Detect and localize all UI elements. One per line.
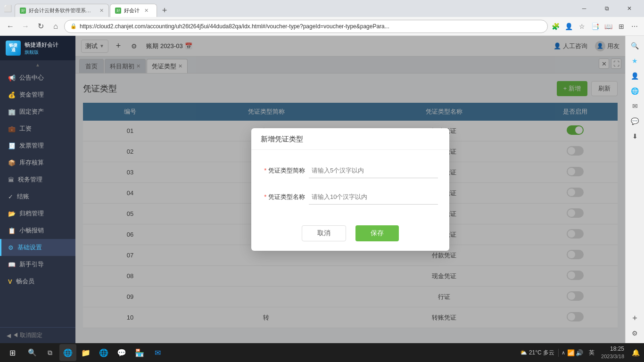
abbr-form-row: * 凭证类型简称	[263, 163, 438, 178]
edge-taskbar-btn[interactable]: 🌐	[59, 344, 76, 361]
browser-more-btn[interactable]: ⋯	[629, 21, 640, 32]
chrome-taskbar-btn[interactable]: 🌐	[95, 344, 112, 361]
checkout-icon: ✓	[8, 193, 13, 200]
split-screen-btn[interactable]: ⊞	[616, 21, 627, 32]
nav-label-settings: 基础设置	[17, 243, 42, 252]
name-input[interactable]	[309, 189, 438, 205]
nav-label-invoice: 发票管理	[19, 141, 44, 150]
address-input-wrapper: 🔒	[64, 20, 548, 33]
favorites-btn[interactable]: ☆	[576, 21, 587, 32]
modal-body: * 凭证类型简称 * 凭证类型名称	[251, 150, 449, 222]
wechat-taskbar-btn[interactable]: 💬	[113, 344, 130, 361]
sidebar-subtitle: 旗舰版	[25, 49, 58, 56]
nav-item-settings[interactable]: ⚙ 基础设置	[0, 239, 75, 256]
chat-panel-btn[interactable]: 💬	[629, 115, 641, 127]
capital-icon: 💰	[8, 91, 16, 99]
star-panel-btn[interactable]: ★	[629, 55, 641, 67]
home-button[interactable]: ⌂	[49, 20, 62, 33]
restore-button[interactable]: ⧉	[596, 2, 618, 15]
nav-label-archive: 归档管理	[19, 209, 44, 218]
notification-btn[interactable]: 🔔	[629, 344, 642, 361]
tray-chevron[interactable]: ∧	[561, 349, 566, 357]
volume-tray-icon[interactable]: 🔊	[576, 349, 583, 356]
sidebar-logo: 畅捷通	[6, 41, 21, 56]
nav-item-member[interactable]: V 畅会员	[0, 273, 75, 290]
extensions-btn[interactable]: 🧩	[550, 21, 561, 32]
nav-item-notice[interactable]: 📢 公告中心	[0, 69, 75, 86]
user-panel-btn[interactable]: 👤	[629, 70, 641, 82]
nav-label-salary: 工资	[19, 124, 32, 133]
name-form-row: * 凭证类型名称	[263, 189, 438, 205]
profile-btn[interactable]: 👤	[563, 21, 574, 32]
network-tray-icon[interactable]: 📶	[567, 349, 575, 356]
abbr-input[interactable]	[309, 163, 438, 178]
search-panel-btn[interactable]: 🔍	[629, 40, 641, 52]
reload-button[interactable]: ↻	[34, 20, 47, 33]
start-button[interactable]: ⊞	[2, 344, 23, 361]
panel-settings-btn[interactable]: ⚙	[629, 327, 641, 339]
sys-tray: ∧ 📶 🔊	[558, 349, 585, 357]
input-lang[interactable]: 英	[587, 348, 596, 358]
window-controls: ─ ⧉ ✕	[573, 2, 640, 15]
browser-tab-1[interactable]: 好 好会计云财务软件管理系统_会计 ✕	[15, 4, 109, 17]
browser-tab-2[interactable]: 好 好会计 ✕	[110, 4, 157, 17]
tab2-favicon: 好	[115, 8, 121, 14]
scroll-indicator-top: ▲	[0, 60, 75, 69]
reading-view-btn[interactable]: 📖	[603, 21, 614, 32]
address-input[interactable]	[80, 23, 542, 30]
right-panel: 🔍 ★ 👤 🌐 ✉ 💬 ⬇ + ⚙	[625, 36, 644, 343]
guide-icon: 📖	[8, 261, 16, 268]
address-bar: ← → ↻ ⌂ 🔒 🧩 👤 ☆ 📑 📖 ⊞ ⋯	[0, 17, 644, 36]
clock[interactable]: 18:25 2023/3/18	[598, 345, 627, 360]
save-button[interactable]: 保存	[355, 225, 399, 241]
globe-panel-btn[interactable]: 🌐	[629, 85, 641, 97]
new-tab-button[interactable]: +	[158, 4, 171, 17]
forward-button[interactable]: →	[19, 20, 32, 33]
sidebar: 畅捷通 畅捷通好会计 旗舰版 ▲ 📢 公告中心 💰 资金管理 🏢 固定资产	[0, 36, 75, 343]
nav-item-inventory[interactable]: 📦 库存核算	[0, 154, 75, 171]
add-panel-btn[interactable]: +	[629, 312, 641, 324]
mail-panel-btn[interactable]: ✉	[629, 100, 641, 112]
nav-item-guide[interactable]: 📖 新手引导	[0, 256, 75, 273]
outlook-taskbar-btn[interactable]: ✉	[149, 344, 166, 361]
search-taskbar-btn[interactable]: 🔍	[24, 344, 41, 361]
back-button[interactable]: ←	[4, 20, 17, 33]
explorer-taskbar-btn[interactable]: 📁	[77, 344, 94, 361]
tab2-close[interactable]: ✕	[144, 8, 149, 14]
notice-icon: 📢	[8, 74, 16, 82]
tab1-favicon: 好	[20, 8, 26, 14]
modal-header: 新增凭证类型	[251, 128, 449, 150]
weather-info[interactable]: ⛅ 21°C 多云	[518, 349, 556, 357]
nav-item-salary[interactable]: 💼 工资	[0, 120, 75, 137]
close-button[interactable]: ✕	[619, 2, 640, 15]
assets-icon: 🏢	[8, 108, 16, 115]
nav-item-invoice[interactable]: 🧾 发票管理	[0, 137, 75, 154]
download-panel-btn[interactable]: ⬇	[629, 130, 641, 142]
modal-dialog: 新增凭证类型 * 凭证类型简称 * 凭证类型名称 取消 保存	[251, 128, 449, 251]
sidebar-title-wrapper: 畅捷通好会计 旗舰版	[25, 41, 58, 56]
unpin-label: ◀ 取消固定	[13, 331, 42, 339]
nav-item-capital[interactable]: 💰 资金管理	[0, 86, 75, 103]
modal-title: 新增凭证类型	[261, 135, 303, 144]
taskview-btn[interactable]: ⧉	[41, 344, 58, 361]
collections-btn[interactable]: 📑	[589, 21, 601, 32]
browser-chrome: ⬜ 好 好会计云财务软件管理系统_会计 ✕ 好 好会计 ✕ + ─ ⧉ ✕	[0, 0, 644, 17]
nav-item-tax[interactable]: 🏛 税务管理	[0, 171, 75, 188]
abbr-label: * 凭证类型简称	[263, 166, 305, 175]
tab1-close[interactable]: ✕	[99, 8, 104, 14]
nav-item-checkout[interactable]: ✓ 结账	[0, 188, 75, 205]
cancel-button[interactable]: 取消	[302, 225, 346, 241]
nav-item-archive[interactable]: 📂 归档管理	[0, 205, 75, 222]
sidebar-header[interactable]: 畅捷通 畅捷通好会计 旗舰版	[0, 36, 75, 60]
minimize-button[interactable]: ─	[573, 2, 595, 15]
nav-item-assets[interactable]: 🏢 固定资产	[0, 103, 75, 120]
store-taskbar-btn[interactable]: 🏪	[131, 344, 148, 361]
tab1-title: 好会计云财务软件管理系统_会计	[29, 7, 96, 14]
nav-label-checkout: 结账	[17, 192, 29, 201]
nav-item-expense[interactable]: 📋 小畅报销	[0, 222, 75, 239]
nav-label-capital: 资金管理	[19, 90, 44, 99]
tax-icon: 🏛	[8, 176, 14, 183]
sidebar-footer[interactable]: ◀ ◀ 取消固定	[0, 327, 75, 343]
tab-bar: 好 好会计云财务软件管理系统_会计 ✕ 好 好会计 ✕ +	[15, 0, 573, 17]
unpin-icon: ◀	[7, 332, 11, 339]
